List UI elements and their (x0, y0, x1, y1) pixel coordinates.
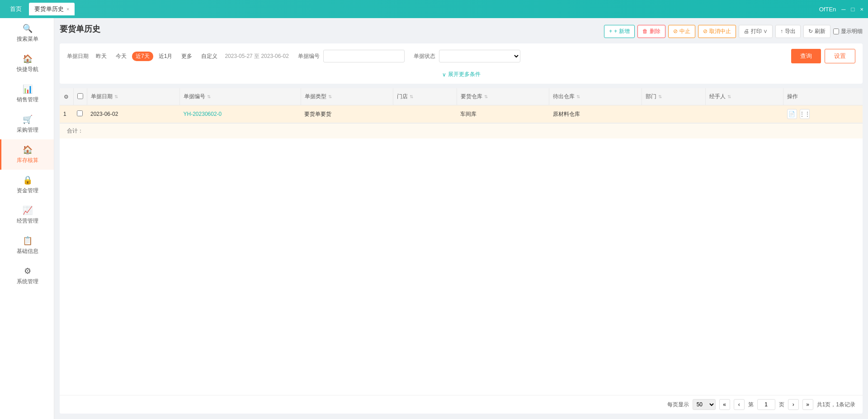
td-handler (705, 105, 783, 123)
refresh-button[interactable]: ↻ 刷新 (803, 25, 830, 38)
th-bill-no[interactable]: 单据编号 ⇅ (180, 88, 301, 105)
th-handler[interactable]: 经手人 ⇅ (705, 88, 783, 105)
display-detail-checkbox[interactable] (833, 29, 839, 34)
cancel-stop-icon: ⊘ (703, 28, 708, 34)
th-checkbox (73, 88, 87, 105)
tab-requisition-history[interactable]: 要货单历史 × (29, 3, 75, 15)
sidebar-item-finance[interactable]: 🔒 资金管理 (0, 170, 54, 200)
last-page-button[interactable]: » (802, 399, 813, 410)
filter-row: 单据日期 昨天 今天 近7天 近1月 更多 自定义 2023-05-27 至 2… (67, 49, 855, 63)
expand-more-button[interactable]: ∨ 展开更多条件 (442, 71, 481, 78)
date-btn-more[interactable]: 更多 (178, 52, 196, 61)
page-title: 要货单历史 (60, 24, 100, 34)
table-header: ⚙ 单据日期 ⇅ 单据编号 (60, 88, 863, 105)
search-icon: 🔍 (23, 24, 33, 33)
settings-button[interactable]: 设置 (825, 49, 855, 63)
page-suffix-label: 页 (779, 401, 784, 409)
sidebar-item-operation[interactable]: 📈 经营管理 (0, 200, 54, 230)
bill-status-label: 单据状态 (414, 52, 435, 60)
requisition-table: ⚙ 单据日期 ⇅ 单据编号 (60, 88, 863, 123)
sidebar-item-sales[interactable]: 📊 销售管理 (0, 79, 54, 109)
sidebar-item-inventory[interactable]: 🏠 库存核算 (0, 139, 54, 170)
sidebar-item-system[interactable]: ⚙ 系统管理 (0, 261, 54, 291)
finance-icon: 🔒 (23, 175, 33, 185)
th-date[interactable]: 单据日期 ⇅ (87, 88, 180, 105)
sort-handler-icon: ⇅ (727, 94, 731, 99)
sort-billtype-icon: ⇅ (328, 94, 332, 99)
date-btn-1month[interactable]: 近1月 (155, 52, 176, 61)
bill-status-select[interactable]: 已审核 未审核 已中止 (439, 50, 520, 62)
maximize-icon[interactable]: □ (851, 6, 855, 13)
new-icon: + (609, 28, 612, 34)
th-pending-warehouse[interactable]: 待出仓库 ⇅ (549, 88, 642, 105)
page-size-label: 每页显示 (667, 401, 689, 409)
inventory-icon: 🏠 (23, 145, 33, 155)
table-body: 1 2023-06-02 YH-20230602-0 要货单要货 (60, 105, 863, 123)
select-all-checkbox[interactable] (77, 93, 83, 99)
close-window-icon[interactable]: × (860, 6, 863, 13)
main-layout: 🔍 搜索菜单 🏠 快捷导航 📊 销售管理 🛒 采购管理 🏠 库存核算 🔒 资金管… (0, 18, 868, 419)
date-filter-label: 单据日期 (67, 52, 89, 60)
th-settings[interactable]: ⚙ (60, 88, 73, 105)
top-bar-right: OfTEn ─ □ × (819, 6, 863, 13)
prev-page-button[interactable]: ‹ (734, 399, 745, 410)
tab-home[interactable]: 首页 (5, 3, 27, 15)
td-store (393, 105, 457, 123)
date-range-display: 2023-05-27 至 2023-06-02 (225, 52, 288, 60)
date-filter-group: 单据日期 昨天 今天 近7天 近1月 更多 自定义 2023-05-27 至 2… (67, 52, 289, 61)
sort-reqwarehouse-icon: ⇅ (484, 94, 488, 99)
date-btn-custom[interactable]: 自定义 (198, 52, 221, 61)
purchase-icon: 🛒 (23, 114, 33, 124)
sidebar-item-search[interactable]: 🔍 搜索菜单 (0, 18, 54, 48)
cancel-stop-button[interactable]: ⊘ 取消中止 (698, 25, 736, 38)
th-bill-type[interactable]: 单据类型 ⇅ (301, 88, 393, 105)
row-checkbox[interactable] (77, 110, 83, 116)
page-size-select[interactable]: 10 20 50 100 (693, 399, 716, 410)
table-container: ⚙ 单据日期 ⇅ 单据编号 (60, 88, 863, 414)
operation-icon: 📈 (23, 205, 33, 215)
sidebar-item-nav[interactable]: 🏠 快捷导航 (0, 48, 54, 79)
delete-button[interactable]: 🗑 删除 (637, 25, 665, 38)
date-btn-7days[interactable]: 近7天 (132, 52, 153, 61)
th-store[interactable]: 门店 ⇅ (393, 88, 457, 105)
next-page-button[interactable]: › (788, 399, 799, 410)
query-button[interactable]: 查询 (791, 49, 821, 63)
td-checkbox[interactable] (73, 105, 87, 123)
row-more-button[interactable]: ⋮⋮ (800, 109, 810, 119)
minimize-icon[interactable]: ─ (841, 6, 845, 13)
td-department (642, 105, 705, 123)
new-button[interactable]: + + 新增 (604, 25, 634, 38)
th-action: 操作 (783, 88, 863, 105)
stop-button[interactable]: ⊘ 中止 (668, 25, 695, 38)
th-department[interactable]: 部门 ⇅ (642, 88, 705, 105)
bill-no-link[interactable]: YH-20230602-0 (184, 111, 222, 117)
page-jump-label: 第 (748, 401, 754, 409)
sort-date-icon: ⇅ (114, 94, 118, 99)
row-action-buttons: 📄 ⋮⋮ (787, 109, 859, 119)
sort-store-icon: ⇅ (410, 94, 413, 99)
print-icon: 🖨 (744, 28, 749, 34)
td-bill-no: YH-20230602-0 (180, 105, 301, 123)
print-button[interactable]: 🖨 打印 ∨ (739, 25, 773, 38)
th-req-warehouse[interactable]: 要货仓库 ⇅ (457, 88, 549, 105)
date-btn-today[interactable]: 今天 (112, 52, 130, 61)
tab-close-icon[interactable]: × (66, 6, 69, 12)
content-area: 要货单历史 + + 新增 🗑 删除 ⊘ 中止 ⊘ 取消中止 (54, 18, 868, 419)
table-footer: 合计： (60, 123, 863, 138)
td-row-no: 1 (60, 105, 73, 123)
pagination: 每页显示 10 20 50 100 « ‹ 第 页 › » 共1页，1条记录 (60, 395, 863, 414)
row-edit-button[interactable]: 📄 (787, 109, 797, 119)
export-button[interactable]: ↑ 导出 (775, 25, 801, 38)
basic-icon: 📋 (23, 236, 33, 246)
sidebar: 🔍 搜索菜单 🏠 快捷导航 📊 销售管理 🛒 采购管理 🏠 库存核算 🔒 资金管… (0, 18, 54, 419)
bill-no-input[interactable] (323, 50, 405, 62)
total-pages-info: 共1页，1条记录 (817, 401, 855, 409)
sidebar-item-purchase[interactable]: 🛒 采购管理 (0, 109, 54, 139)
first-page-button[interactable]: « (719, 399, 730, 410)
date-btn-yesterday[interactable]: 昨天 (92, 52, 110, 61)
sidebar-item-purchase-label: 采购管理 (17, 126, 38, 134)
page-input[interactable] (757, 399, 775, 410)
sidebar-item-basic[interactable]: 📋 基础信息 (0, 230, 54, 261)
display-detail-toggle[interactable]: 显示明细 (833, 28, 863, 35)
sales-icon: 📊 (23, 84, 33, 94)
